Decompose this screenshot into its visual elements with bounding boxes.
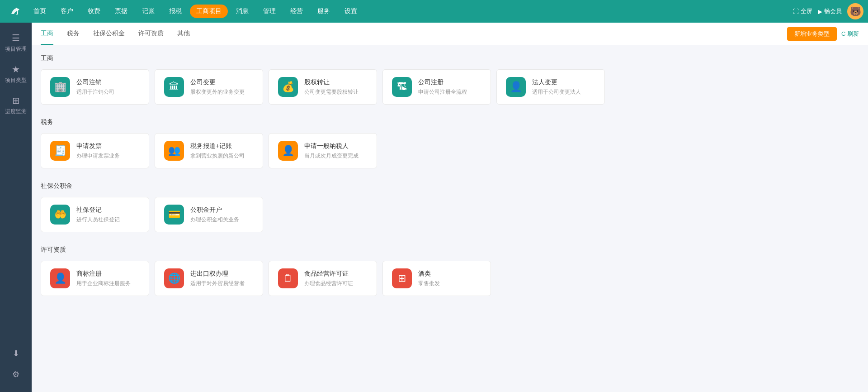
nav-item-票据[interactable]: 票据 [108,5,134,18]
list-icon: ☰ [12,33,20,43]
tab-bar: 工商税务社保公积金许可资质其他 新增业务类型 C 刷新 [32,23,868,45]
card-title: 申请一般纳税人 [304,142,359,150]
card-公司变更[interactable]: 🏛公司变更股权变更外的业务变更 [155,69,263,105]
card-info-公司注册: 公司注册申请公司注册全流程 [418,78,467,96]
card-酒类[interactable]: ⊞酒类零售批发 [382,261,491,296]
card-公积金开户[interactable]: 💳公积金开户办理公积金相关业务 [155,197,263,232]
sidebar-item-progress-monitor[interactable]: ⊞ 进度监测 [0,90,32,121]
nav-items: 首页客户收费票据记账报税工商项目消息管理经营服务设置 [27,5,793,18]
card-desc: 零售批发 [418,280,440,287]
card-法人变更[interactable]: 👤法人变更适用于公司变更法人 [496,69,605,105]
nav-item-消息[interactable]: 消息 [230,5,255,18]
card-icon-公司变更: 🏛 [164,77,184,97]
card-info-食品经营许可证: 食品经营许可证办理食品经营许可证 [304,270,353,287]
card-desc: 公司变更需要股权转让 [304,88,359,96]
card-info-申请发票: 申请发票办理申请发票业务 [76,142,120,160]
card-社保登记[interactable]: 🤲社保登记进行人员社保登记 [41,197,149,232]
nav-item-报税[interactable]: 报税 [163,5,188,18]
card-title: 进出口权办理 [190,270,245,278]
cards-grid-工商: 🏢公司注销适用于注销公司🏛公司变更股权变更外的业务变更💰股权转让公司变更需要股权… [41,69,859,105]
tab-许可资质[interactable]: 许可资质 [138,23,164,45]
download-icon[interactable]: ⬇ [9,345,23,362]
card-申请一般纳税人[interactable]: 👤申请一般纳税人当月或次月成变更完成 [269,133,377,168]
card-icon-公司注销: 🏢 [50,77,70,97]
card-title: 申请发票 [76,142,120,150]
card-desc: 适用于对外贸易经营者 [190,280,245,287]
sidebar-item-label: 项目类型 [5,76,27,84]
card-title: 酒类 [418,270,440,278]
card-title: 公司注销 [76,78,114,86]
sidebar-item-label: 项目管理 [5,45,27,53]
sidebar-bottom: ⬇ ⚙ [9,345,23,392]
card-税务报道+记账[interactable]: 👥税务报道+记账拿到营业执照的新公司 [155,133,263,168]
sidebar-item-project-type[interactable]: ★ 项目类型 [0,58,32,90]
card-icon-公积金开户: 💳 [164,205,184,225]
nav-item-服务[interactable]: 服务 [311,5,336,18]
card-desc: 进行人员社保登记 [76,216,120,224]
card-info-社保登记: 社保登记进行人员社保登记 [76,206,120,224]
sidebar-item-label: 进度监测 [5,108,27,115]
settings-icon[interactable]: ⚙ [9,366,23,383]
nav-item-客户[interactable]: 客户 [54,5,80,18]
card-icon-股权转让: 💰 [278,77,298,97]
tab-items: 工商税务社保公积金许可资质其他 [41,23,787,44]
card-desc: 用于企业商标注册服务 [76,280,131,287]
card-desc: 办理公积金相关业务 [190,216,239,224]
mascot-avatar[interactable]: 🐻 [847,3,863,19]
card-股权转让[interactable]: 💰股权转让公司变更需要股权转让 [269,69,377,105]
card-desc: 适用于公司变更法人 [532,88,581,96]
card-desc: 申请公司注册全流程 [418,88,467,96]
card-公司注册[interactable]: 🏗公司注册申请公司注册全流程 [382,69,491,105]
card-进出口权办理[interactable]: 🌐进出口权办理适用于对外贸易经营者 [155,261,263,296]
play-icon: ▶ [818,8,822,15]
nav-item-经营[interactable]: 经营 [284,5,309,18]
main-layout: ☰ 项目管理 ★ 项目类型 ⊞ 进度监测 ⬇ ⚙ 工商税务社保公积金许可资质其他… [0,23,868,392]
card-icon-社保登记: 🤲 [50,205,70,225]
refresh-button[interactable]: C 刷新 [841,30,859,38]
tab-其他[interactable]: 其他 [177,23,190,45]
tab-工商[interactable]: 工商 [41,23,53,45]
add-type-button[interactable]: 新增业务类型 [787,27,837,41]
card-icon-税务报道+记账: 👥 [164,141,184,161]
nav-item-首页[interactable]: 首页 [27,5,52,18]
card-info-公积金开户: 公积金开户办理公积金相关业务 [190,206,239,224]
fullscreen-button[interactable]: ⛶ 全屏 [793,7,812,15]
tab-税务[interactable]: 税务 [67,23,80,45]
section-title-税务: 税务 [41,118,859,126]
card-申请发票[interactable]: 🧾申请发票办理申请发票业务 [41,133,149,168]
card-icon-法人变更: 👤 [506,77,526,97]
sidebar-item-project-management[interactable]: ☰ 项目管理 [0,27,32,58]
card-公司注销[interactable]: 🏢公司注销适用于注销公司 [41,69,149,105]
scroll-content[interactable]: 工商🏢公司注销适用于注销公司🏛公司变更股权变更外的业务变更💰股权转让公司变更需要… [32,45,868,392]
card-商标注册[interactable]: 👤商标注册用于企业商标注册服务 [41,261,149,296]
card-desc: 适用于注销公司 [76,88,114,96]
tab-社保公积金[interactable]: 社保公积金 [93,23,125,45]
card-title: 公积金开户 [190,206,239,214]
card-title: 商标注册 [76,270,131,278]
section-title-社保公积金: 社保公积金 [41,182,859,190]
card-info-公司变更: 公司变更股权变更外的业务变更 [190,78,245,96]
member-button[interactable]: ▶ 畅会员 [818,7,842,15]
card-title: 公司变更 [190,78,245,86]
card-info-酒类: 酒类零售批发 [418,270,440,287]
sidebar: ☰ 项目管理 ★ 项目类型 ⊞ 进度监测 ⬇ ⚙ [0,23,32,392]
nav-right: ⛶ 全屏 ▶ 畅会员 🐻 [793,3,863,19]
card-title: 公司注册 [418,78,467,86]
card-食品经营许可证[interactable]: 🗒食品经营许可证办理食品经营许可证 [269,261,377,296]
card-desc: 办理食品经营许可证 [304,280,353,287]
card-desc: 拿到营业执照的新公司 [190,152,245,160]
grid-icon: ⊞ [12,95,20,106]
card-title: 法人变更 [532,78,581,86]
logo[interactable] [5,0,27,23]
nav-item-收费[interactable]: 收费 [81,5,107,18]
card-info-商标注册: 商标注册用于企业商标注册服务 [76,270,131,287]
card-title: 税务报道+记账 [190,142,245,150]
nav-item-设置[interactable]: 设置 [338,5,363,18]
content-area: 工商税务社保公积金许可资质其他 新增业务类型 C 刷新 工商🏢公司注销适用于注销… [32,23,868,392]
card-title: 社保登记 [76,206,120,214]
nav-item-工商项目[interactable]: 工商项目 [190,5,228,18]
nav-item-记账[interactable]: 记账 [136,5,161,18]
card-info-法人变更: 法人变更适用于公司变更法人 [532,78,581,96]
nav-item-管理[interactable]: 管理 [257,5,282,18]
cards-grid-社保公积金: 🤲社保登记进行人员社保登记💳公积金开户办理公积金相关业务 [41,197,859,232]
